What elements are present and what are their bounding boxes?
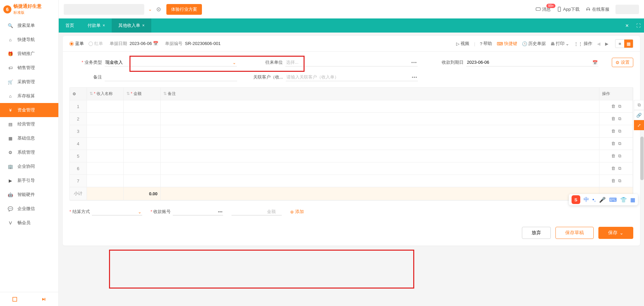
history-button[interactable]: 🕓历史单据 [522, 41, 546, 47]
remark-input[interactable] [105, 73, 237, 81]
settle-amount-input[interactable] [231, 208, 282, 215]
nav-item-robot[interactable]: 🤖智能硬件 [0, 188, 58, 202]
view-form-button[interactable]: ▦ [624, 40, 633, 48]
cell-amount[interactable] [123, 162, 160, 175]
footer-btn-1[interactable] [0, 292, 29, 306]
save-draft-button[interactable]: 保存草稿 [555, 227, 594, 239]
delete-icon[interactable]: 🗑 [611, 116, 615, 121]
table-row[interactable]: 5🗑⧉ [70, 150, 633, 162]
table-row[interactable]: 4🗑⧉ [70, 138, 633, 150]
nav-item-doc[interactable]: ▤经营管理 [0, 117, 58, 131]
ime-mic-icon[interactable]: 🎤 [599, 197, 606, 203]
ime-keyboard-icon[interactable]: ⌨ [609, 197, 617, 203]
service-link[interactable]: 在线客服 [586, 6, 609, 12]
table-row[interactable]: 7🗑⧉ [70, 175, 633, 187]
close-icon[interactable]: × [103, 23, 105, 28]
tab-expand-button[interactable]: ⛶ [633, 23, 644, 28]
delete-icon[interactable]: 🗑 [611, 141, 615, 146]
abandon-button[interactable]: 放弃 [522, 227, 551, 239]
delete-icon[interactable]: 🗑 [611, 104, 615, 109]
table-gear-header[interactable]: ⚙ [70, 88, 87, 100]
app-download-link[interactable]: App下载 [557, 6, 580, 12]
view-list-button[interactable]: ≡ [615, 40, 624, 48]
ime-punct-icon[interactable]: •, [592, 197, 596, 203]
add-settlement-button[interactable]: ⊕ 添加 [290, 209, 304, 215]
video-button[interactable]: ▷视频 [456, 41, 469, 47]
tab-首页[interactable]: 首页 [59, 18, 81, 33]
col-amount-header[interactable]: 金额 [133, 91, 142, 96]
settle-account-input[interactable] [173, 208, 223, 215]
copy-icon[interactable]: ⧉ [618, 141, 621, 146]
close-icon[interactable]: × [142, 23, 145, 28]
more-icon[interactable]: ••• [218, 209, 223, 214]
cell-remark[interactable] [160, 113, 599, 125]
chevron-down-icon[interactable]: ⌄ [148, 7, 152, 12]
table-row[interactable]: 3🗑⧉ [70, 125, 633, 138]
tab-付款单[interactable]: 付款单× [81, 18, 112, 33]
copy-icon[interactable]: ⧉ [618, 104, 621, 109]
nav-item-grid[interactable]: ▦基础信息 [0, 131, 58, 145]
delete-icon[interactable]: 🗑 [611, 153, 615, 159]
doc-date-value[interactable]: 2023-06-06 [129, 41, 152, 46]
nav-item-vip[interactable]: V畅会员 [0, 216, 58, 230]
radio-red[interactable]: 红单 [89, 41, 103, 47]
help-button[interactable]: ?帮助 [480, 41, 492, 47]
copy-icon[interactable]: ⧉ [618, 116, 621, 121]
calendar-icon[interactable]: 📅 [592, 60, 598, 65]
calendar-icon[interactable]: 📅 [153, 41, 158, 46]
cell-remark[interactable] [160, 150, 599, 162]
print-button[interactable]: 🖶打印⌄ [550, 41, 569, 47]
ime-toolbar[interactable]: S 中 •, 🎤 ⌨ 👕 ▦ [569, 194, 638, 205]
cell-amount[interactable] [123, 113, 160, 125]
cell-amount[interactable] [123, 125, 160, 138]
nav-item-search[interactable]: 🔍搜索菜单 [0, 18, 58, 33]
nav-item-wechat[interactable]: 💬企业微信 [0, 202, 58, 216]
delete-icon[interactable]: 🗑 [611, 129, 615, 134]
partner-input[interactable] [285, 58, 418, 66]
ime-lang[interactable]: 中 [584, 196, 589, 203]
customer-input[interactable] [286, 73, 418, 81]
copy-icon[interactable]: ⧉ [618, 178, 621, 184]
cell-amount[interactable] [123, 138, 160, 150]
nav-item-guide[interactable]: ▶新手引导 [0, 173, 58, 188]
more-icon[interactable]: ••• [411, 60, 417, 65]
table-row[interactable]: 6🗑⧉ [70, 162, 633, 175]
side-tool-scan[interactable]: ⧉ [634, 100, 644, 110]
messages-link[interactable]: 消息 99+ [536, 6, 551, 12]
col-name-header[interactable]: 收入名称 [97, 91, 113, 96]
cell-name[interactable] [87, 162, 123, 175]
more-icon[interactable]: ••• [412, 75, 418, 80]
cell-remark[interactable] [160, 125, 599, 138]
prev-page-button[interactable]: ◀ [597, 41, 600, 46]
cell-name[interactable] [87, 100, 123, 113]
next-page-button[interactable]: ▶ [605, 41, 608, 46]
nav-item-tag[interactable]: 🏷销售管理 [0, 61, 58, 75]
chevron-down-icon[interactable]: ⌄ [232, 60, 236, 65]
settings-button[interactable]: ⚙设置 [612, 58, 633, 67]
cell-amount[interactable] [123, 150, 160, 162]
try-industry-button[interactable]: 体验行业方案 [166, 4, 202, 15]
radio-blue[interactable]: 蓝单 [69, 41, 84, 47]
cell-name[interactable] [87, 175, 123, 187]
col-remark-header[interactable]: 备注 [168, 91, 176, 96]
gear-icon[interactable] [156, 7, 161, 12]
nav-item-gear[interactable]: ⚙系统管理 [0, 145, 58, 159]
cell-remark[interactable] [160, 162, 599, 175]
copy-icon[interactable]: ⧉ [618, 166, 621, 171]
cell-name[interactable] [87, 113, 123, 125]
ops-button[interactable]: ⋮⋮操作 [574, 41, 592, 47]
cell-name[interactable] [87, 125, 123, 138]
copy-icon[interactable]: ⧉ [618, 153, 621, 159]
delete-icon[interactable]: 🗑 [611, 166, 615, 171]
tenant-selector[interactable] [64, 4, 144, 15]
cell-amount[interactable] [123, 175, 160, 187]
table-row[interactable]: 1🗑⧉ [70, 100, 633, 113]
cell-remark[interactable] [160, 100, 599, 113]
ime-skin-icon[interactable]: 👕 [620, 197, 627, 203]
chevron-down-icon[interactable]: ⌄ [138, 209, 142, 214]
nav-item-home[interactable]: ⌂快捷导航 [0, 33, 58, 47]
delete-icon[interactable]: 🗑 [611, 178, 615, 184]
due-date-input[interactable] [466, 58, 598, 66]
ime-toolbox-icon[interactable]: ▦ [630, 197, 635, 203]
footer-btn-2[interactable] [29, 292, 58, 306]
